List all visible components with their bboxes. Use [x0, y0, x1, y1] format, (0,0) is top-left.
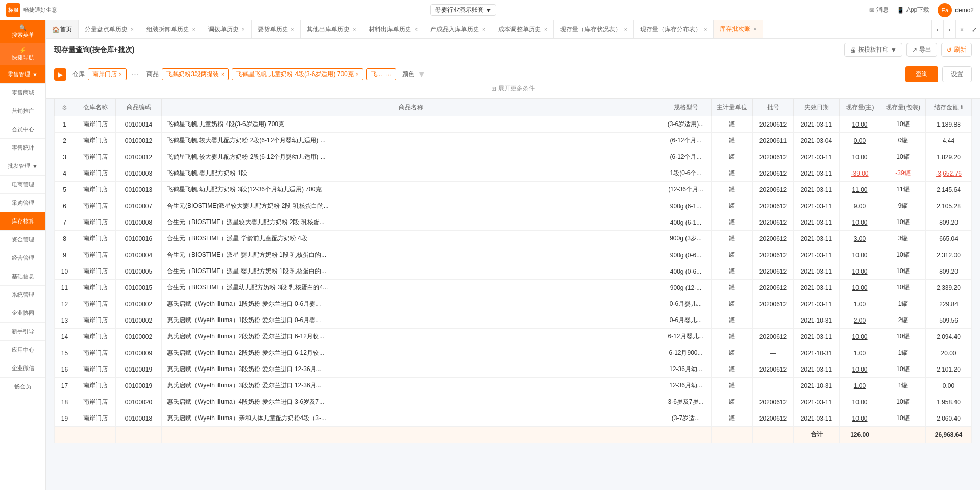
company-select[interactable]: 母婴行业演示账套 ▼ — [430, 4, 497, 16]
top-right: ✉ 消息 📱 App下载 Ea demo2 — [869, 3, 974, 17]
row-qty[interactable]: 10.00 — [840, 329, 880, 345]
product-filter-tag-3[interactable]: 飞... ··· — [366, 68, 396, 80]
sidebar-item-retail-mall[interactable]: 零售商城 — [0, 84, 45, 102]
tab-kucun-batch[interactable]: 库存批次账 × — [714, 20, 763, 39]
export-button[interactable]: ↗ 导出 — [906, 43, 937, 57]
sidebar-item-member[interactable]: 会员中心 — [0, 120, 45, 139]
product-filter-tag-2[interactable]: 飞鹤星飞帆 儿童奶粉 4段(3-6岁适用) 700克 × — [232, 68, 363, 80]
sidebar-item-ecommerce[interactable]: 电商管理 — [0, 176, 45, 194]
row-qty[interactable]: 9.00 — [840, 198, 880, 214]
row-qty[interactable]: 10.00 — [840, 394, 880, 410]
sidebar-item-inventory[interactable]: 库存核算 — [0, 212, 45, 231]
app-download-button[interactable]: 📱 App下载 — [897, 6, 929, 14]
query-button[interactable]: 查询 — [905, 66, 938, 82]
row-unit: 罐 — [712, 182, 753, 198]
row-no: 8 — [55, 231, 75, 247]
row-spec: 900g (3岁... — [660, 231, 712, 247]
tab-xiancunliang-dist[interactable]: 现存量（库存分布表） × — [634, 20, 714, 39]
filter-expand-arrow[interactable]: ▶ — [54, 68, 66, 81]
sidebar-item-purchase[interactable]: 采购管理 — [0, 194, 45, 212]
tab-close-icon[interactable]: × — [414, 27, 418, 32]
warehouse-filter-tag[interactable]: 南岸门店 × — [88, 68, 127, 80]
row-qty[interactable]: 10.00 — [840, 247, 880, 263]
product-filter-tag-1[interactable]: 飞鹤奶粉3段两提装 × — [162, 68, 229, 80]
row-qty[interactable]: 0.00 — [840, 133, 880, 149]
row-qty[interactable]: 1.00 — [840, 378, 880, 394]
sidebar-item-retail-stats[interactable]: 零售统计 — [0, 139, 45, 157]
table-row: 11 南岸门店 00100015 合生元（BIOSTIME）派星幼儿配方奶粉 3… — [55, 280, 972, 296]
row-unit: 罐 — [712, 149, 753, 165]
tab-next-button[interactable]: › — [943, 20, 955, 39]
tab-close-icon[interactable]: × — [753, 26, 756, 32]
tab-zuzhuang[interactable]: 组装拆卸单历史 × — [140, 20, 202, 39]
tab-yaohuo[interactable]: 要货单历史 × — [252, 20, 301, 39]
tab-close-icon[interactable]: × — [704, 27, 707, 32]
warehouse-more-dots[interactable]: ··· — [132, 70, 138, 79]
tab-chenbenji[interactable]: 成本调整单历史 × — [492, 20, 554, 39]
row-qty[interactable]: 10.00 — [840, 263, 880, 280]
sidebar-item-nav[interactable]: ⚡ 快捷导航 — [0, 43, 45, 65]
expand-conditions-button[interactable]: ⊞ 展开更多条件 — [54, 82, 972, 93]
refresh-button[interactable]: ↺ 刷新 — [941, 43, 972, 57]
row-unit: 罐 — [712, 198, 753, 214]
row-qty[interactable]: 10.00 — [840, 361, 880, 378]
row-qty[interactable]: 10.00 — [840, 214, 880, 231]
tab-close-icon[interactable]: × — [131, 27, 134, 32]
sidebar-item-basic-info[interactable]: 基础信息 — [0, 267, 45, 286]
settings-icon[interactable]: ⚙ — [62, 104, 67, 111]
row-batch: — — [753, 312, 794, 329]
tab-diaobo[interactable]: 调拨单历史 × — [202, 20, 252, 39]
tab-close-icon[interactable]: × — [291, 27, 295, 32]
sidebar-item-retail-mgmt[interactable]: 零售管理 ▼ — [0, 65, 45, 84]
sidebar-item-guide[interactable]: 新手引导 — [0, 323, 45, 341]
tab-close-icon[interactable]: × — [242, 27, 245, 32]
row-qty[interactable]: 2.00 — [840, 312, 880, 329]
sidebar-item-marketing[interactable]: 营销推广 — [0, 102, 45, 120]
sidebar-item-enterprise[interactable]: 企业协同 — [0, 304, 45, 323]
row-qty[interactable]: 3.00 — [840, 231, 880, 247]
set-button[interactable]: 设置 — [942, 66, 972, 82]
row-qty[interactable]: 10.00 — [840, 116, 880, 133]
row-qty[interactable]: 10.00 — [840, 410, 880, 427]
tab-qitachuku[interactable]: 其他出库单历史 × — [301, 20, 362, 39]
sidebar-item-ops-mgmt[interactable]: 经营管理 — [0, 249, 45, 267]
tab-prev-button[interactable]: ‹ — [931, 20, 943, 39]
row-warehouse: 南岸门店 — [75, 280, 116, 296]
sidebar-item-wholesale[interactable]: 批发管理 ▼ — [0, 157, 45, 176]
row-qty[interactable]: 10.00 — [840, 149, 880, 165]
sidebar-item-sys-mgmt[interactable]: 系统管理 — [0, 286, 45, 304]
product-tag-2-close[interactable]: × — [356, 71, 359, 77]
tab-close-icon[interactable]: × — [544, 27, 547, 32]
tab-fenliangpandian[interactable]: 分量盘点单历史 × — [79, 20, 140, 39]
tab-xiancunliang-status[interactable]: 现存量（库存状况表） × — [554, 20, 634, 39]
summary-empty — [660, 427, 712, 443]
tab-chanchengpinruku[interactable]: 产成品入库单历史 × — [424, 20, 492, 39]
tab-fullscreen-button[interactable]: ⤢ — [968, 20, 980, 39]
warehouse-tag-close[interactable]: × — [119, 71, 122, 77]
print-button[interactable]: 🖨 按模板打印 ▼ — [844, 43, 902, 57]
sidebar-item-member2[interactable]: 畅会员 — [0, 378, 45, 396]
sidebar-item-wechat[interactable]: 企业微信 — [0, 359, 45, 378]
product-tag-1-close[interactable]: × — [221, 71, 224, 77]
tab-close-icon[interactable]: × — [624, 27, 627, 32]
row-qty[interactable]: 1.00 — [840, 296, 880, 312]
tab-close-all-button[interactable]: × — [955, 20, 968, 39]
tab-close-icon[interactable]: × — [482, 27, 485, 32]
col-settings[interactable]: ⚙ — [55, 99, 75, 116]
sidebar-item-app-center[interactable]: 应用中心 — [0, 341, 45, 359]
sidebar-item-search[interactable]: 🔍 搜索英单 — [0, 20, 45, 43]
user-area[interactable]: Ea demo2 — [938, 3, 974, 17]
tab-home[interactable]: 🏠 首页 — [46, 20, 79, 39]
tab-close-icon[interactable]: × — [353, 27, 356, 32]
row-qty[interactable]: -39.00 — [840, 165, 880, 182]
row-qty[interactable]: 10.00 — [840, 280, 880, 296]
sidebar-item-finance[interactable]: 资金管理 — [0, 231, 45, 249]
message-button[interactable]: ✉ 消息 — [869, 6, 889, 14]
row-no: 13 — [55, 312, 75, 329]
tab-cailiaochuku[interactable]: 材料出库单历史 × — [362, 20, 424, 39]
row-qty[interactable]: 11.00 — [840, 182, 880, 198]
row-name: 合生元（BIOSTIME）派星 婴儿配方奶粉 1段 乳核蛋白的... — [162, 247, 660, 263]
message-icon: ✉ — [869, 7, 874, 14]
tab-close-icon[interactable]: × — [192, 27, 195, 32]
row-qty[interactable]: 1.00 — [840, 345, 880, 361]
